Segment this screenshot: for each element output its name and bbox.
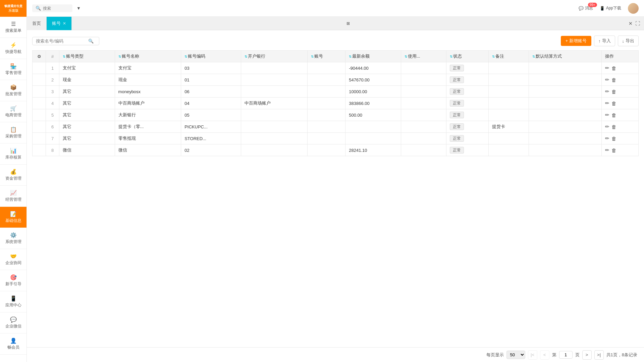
delete-button-1[interactable]: 🗑: [611, 65, 616, 71]
th-usage[interactable]: ⇅使用...: [401, 51, 446, 62]
sidebar-item-finance-mgmt[interactable]: 💰 资金管理: [0, 165, 26, 186]
edit-button-6[interactable]: ✏: [605, 124, 609, 130]
edit-button-2[interactable]: ✏: [605, 77, 609, 83]
sidebar-item-retail-mgmt[interactable]: 🏪 零售管理: [0, 59, 26, 80]
sidebar-item-new-guide[interactable]: 🎯 新手引导: [0, 270, 26, 291]
sidebar-item-purchase-mgmt[interactable]: 📋 采购管理: [0, 122, 26, 143]
th-remark[interactable]: ⇅备注: [488, 51, 529, 62]
sidebar-label-finance-mgmt: 资金管理: [5, 176, 21, 181]
sidebar-label-retail-mgmt: 零售管理: [5, 70, 21, 76]
th-account-no[interactable]: ⇅账号: [307, 51, 345, 62]
sidebar-item-members[interactable]: 👤 畅会员: [0, 334, 26, 355]
sidebar-item-system-mgmt[interactable]: ⚙️ 系统管理: [0, 228, 26, 249]
export-button[interactable]: ↓ 导出: [618, 36, 639, 46]
row-remark-7: [488, 133, 529, 144]
window-expand-icon[interactable]: ⛶: [635, 21, 640, 26]
sidebar-label-enterprise-agreement: 企业协同: [5, 260, 21, 266]
sidebar-item-inventory[interactable]: 📊 库存核算: [0, 143, 26, 165]
row-action-3: ✏ 🗑: [602, 86, 639, 98]
tab-account-close-icon[interactable]: ✕: [63, 21, 66, 26]
sidebar-item-quick-nav[interactable]: ⚡ 快捷导航: [0, 38, 26, 59]
delete-button-3[interactable]: 🗑: [611, 89, 616, 95]
message-button[interactable]: 💬 消息 99+: [579, 5, 593, 11]
edit-button-1[interactable]: ✏: [605, 65, 609, 71]
delete-button-4[interactable]: 🗑: [611, 101, 616, 106]
row-bank-7: [241, 133, 307, 144]
row-usage-7: [401, 133, 446, 144]
th-account-type[interactable]: ⇅账号类型: [59, 51, 115, 62]
sidebar-icon-app-center: 📱: [10, 295, 17, 302]
app-download-button[interactable]: 📱 App下载: [600, 5, 621, 11]
sidebar-icon-wholesale-mgmt: 📦: [10, 84, 17, 90]
main-area: 🔍 ▼ 💬 消息 99+ 📱 App下载 首页 账号 ✕: [27, 0, 644, 362]
th-status[interactable]: ⇅状态: [446, 51, 489, 62]
delete-button-2[interactable]: 🗑: [611, 77, 616, 83]
th-account-name[interactable]: ⇅账号名称: [115, 51, 181, 62]
edit-button-3[interactable]: ✏: [605, 88, 609, 95]
sidebar-item-ecommerce-mgmt[interactable]: 🛒 电商管理: [0, 101, 26, 122]
sidebar-item-operation-mgmt[interactable]: 📈 经营管理: [0, 186, 26, 207]
topbar-search-input[interactable]: [43, 6, 70, 11]
sidebar: 畅捷通好生意 乐速版 ☰ 搜索菜单⚡ 快捷导航🏪 零售管理📦 批发管理🛒 电商管…: [0, 0, 27, 362]
row-gear-2: [33, 74, 46, 86]
sidebar-item-enterprise-agreement[interactable]: 🤝 企业协同: [0, 249, 26, 270]
import-button[interactable]: ↑ 导入: [594, 36, 615, 46]
th-account-code[interactable]: ⇅账号编码: [181, 51, 241, 62]
topbar-search-box[interactable]: 🔍: [32, 4, 72, 12]
row-status-5: 正常: [446, 109, 489, 121]
sidebar-item-wholesale-mgmt[interactable]: 📦 批发管理: [0, 80, 26, 101]
row-remark-5: [488, 109, 529, 121]
sidebar-item-enterprise-wechat[interactable]: 💬 企业微信: [0, 312, 26, 334]
row-num-8: 8: [46, 144, 59, 156]
tab-expand-icon[interactable]: ⊠: [342, 21, 354, 26]
edit-button-8[interactable]: ✏: [605, 147, 609, 153]
row-usage-5: [401, 109, 446, 121]
user-avatar[interactable]: [628, 3, 639, 14]
row-action-1: ✏ 🗑: [602, 62, 639, 74]
message-badge: 99+: [588, 3, 597, 7]
page-input[interactable]: [559, 351, 573, 359]
page-size-select[interactable]: 102050100: [506, 351, 525, 359]
sidebar-item-basic-info[interactable]: 📝 基础信息: [0, 207, 26, 228]
edit-button-5[interactable]: ✏: [605, 112, 609, 118]
edit-button-4[interactable]: ✏: [605, 100, 609, 106]
row-num-6: 6: [46, 121, 59, 133]
tab-home[interactable]: 首页: [27, 17, 47, 30]
tab-account[interactable]: 账号 ✕: [47, 17, 72, 30]
sidebar-label-basic-info: 基础信息: [5, 218, 21, 224]
page-next-button[interactable]: >: [582, 350, 592, 360]
row-type-2: 现金: [59, 74, 115, 86]
th-bank[interactable]: ⇅开户银行: [241, 51, 307, 62]
row-account-no-7: [307, 133, 345, 144]
delete-button-5[interactable]: 🗑: [611, 112, 616, 118]
search-box[interactable]: 🔍: [32, 37, 99, 45]
add-account-button[interactable]: + 新增账号: [561, 36, 591, 46]
search-icon[interactable]: 🔍: [88, 39, 94, 44]
row-account-no-8: [307, 144, 345, 156]
th-default-settlement[interactable]: ⇅默认结算方式: [529, 51, 602, 62]
edit-button-7[interactable]: ✏: [605, 135, 609, 141]
row-type-4: 其它: [59, 98, 115, 109]
row-code-1: 03: [181, 62, 241, 74]
page-first-button[interactable]: |<: [528, 350, 537, 360]
topbar-dropdown-icon[interactable]: ▼: [76, 6, 81, 11]
page-prev-button[interactable]: <: [540, 350, 549, 360]
window-close-icon[interactable]: ✕: [629, 21, 633, 26]
topbar-right: 💬 消息 99+ 📱 App下载: [579, 3, 639, 14]
search-input[interactable]: [36, 39, 86, 44]
import-icon: ↑: [598, 39, 601, 44]
sidebar-icon-purchase-mgmt: 📋: [10, 126, 17, 133]
page-last-button[interactable]: >|: [594, 350, 604, 360]
delete-button-8[interactable]: 🗑: [611, 147, 616, 153]
sidebar-label-search-menu: 搜索菜单: [5, 28, 21, 34]
row-name-5: 大新银行: [115, 109, 181, 121]
th-balance[interactable]: ⇅最新余额: [345, 51, 401, 62]
row-gear-5: [33, 109, 46, 121]
sidebar-item-search-menu[interactable]: ☰ 搜索菜单: [0, 17, 26, 38]
table-row: 4 其它 中百商场账户 04 中百商场账户 383866.00 正常 ✏ 🗑: [33, 98, 639, 109]
delete-button-7[interactable]: 🗑: [611, 136, 616, 141]
sidebar-icon-retail-mgmt: 🏪: [10, 63, 17, 69]
th-settings[interactable]: ⚙: [33, 51, 46, 62]
sidebar-item-app-center[interactable]: 📱 应用中心: [0, 291, 26, 312]
delete-button-6[interactable]: 🗑: [611, 124, 616, 130]
